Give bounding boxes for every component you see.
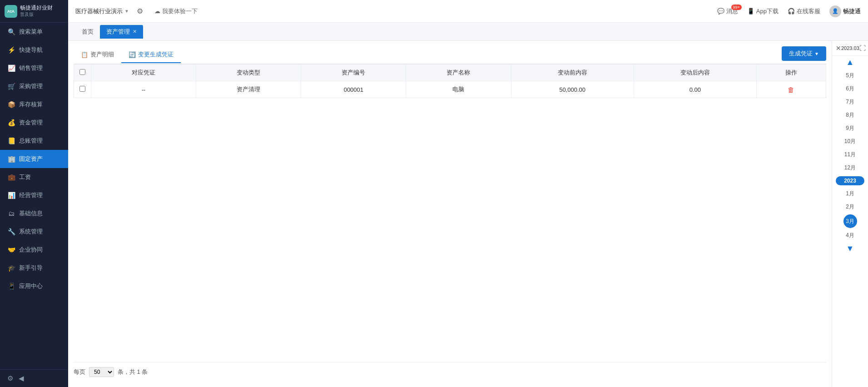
panel-expand-button[interactable]: ⛶ xyxy=(859,45,866,52)
company-settings-button[interactable]: ⚙ xyxy=(134,5,146,18)
month-item-11[interactable]: 11月 xyxy=(832,148,868,161)
sidebar-item-ledger[interactable]: 📒 总账管理 xyxy=(0,132,68,150)
delete-button[interactable]: 🗑 xyxy=(788,86,794,94)
table-body: -- 资产清理 000001 电脑 50,000.00 0.00 🗑 xyxy=(74,81,826,98)
month-2023-4[interactable]: 4月 xyxy=(832,229,868,242)
user-info[interactable]: 👤 畅捷通 xyxy=(829,5,861,17)
change-voucher-icon: 🔄 xyxy=(129,51,136,58)
header-after-change: 变动后内容 xyxy=(634,64,756,81)
month-item-12[interactable]: 12月 xyxy=(832,161,868,174)
sidebar-item-app-center[interactable]: 📱 应用中心 xyxy=(0,277,68,295)
settings-bottom-icon[interactable]: ⚙ xyxy=(7,374,13,382)
logo-icon: AtA xyxy=(5,5,17,18)
row-checkbox-cell xyxy=(74,81,91,98)
sidebar-logo: AtA 畅捷通好业财 普及版 xyxy=(0,0,68,23)
row-voucher: -- xyxy=(91,81,196,98)
header-asset-name: 资产名称 xyxy=(406,64,511,81)
select-all-checkbox[interactable] xyxy=(79,69,85,75)
page-size-select[interactable]: 10 20 50 100 xyxy=(89,367,114,377)
sidebar-item-purchase[interactable]: 🛒 采购管理 xyxy=(0,77,68,95)
row-checkbox[interactable] xyxy=(79,86,85,92)
month-item-5[interactable]: 5月 xyxy=(832,69,868,82)
header-voucher: 对应凭证 xyxy=(91,64,196,81)
month-item-7[interactable]: 7月 xyxy=(832,95,868,109)
sidebar-item-operations[interactable]: 📊 经营管理 xyxy=(0,186,68,204)
sidebar-item-basic-info[interactable]: 🗂 基础信息 xyxy=(0,204,68,223)
tab-asset-management[interactable]: 资产管理 ✕ xyxy=(100,25,143,39)
right-panel-header: ✕ 2023.03 ⛶ xyxy=(832,41,868,56)
month-2023-3-current[interactable]: 3月 xyxy=(843,214,857,228)
message-badge: 99+ xyxy=(731,5,742,10)
panel-close-button[interactable]: ✕ xyxy=(836,45,841,52)
tab-bar: 首页 资产管理 ✕ xyxy=(68,23,868,41)
avatar: 👤 xyxy=(829,5,841,17)
right-panel: ✕ 2023.03 ⛶ ▲ 5月 6月 7月 8月 xyxy=(832,41,868,387)
sidebar-item-system[interactable]: 🔧 系统管理 xyxy=(0,223,68,241)
download-icon: 📱 xyxy=(747,8,754,15)
app-download-button[interactable]: 📱 App下载 xyxy=(747,7,779,15)
cloud-icon: ☁ xyxy=(154,8,160,15)
row-action: 🗑 xyxy=(756,81,826,98)
generate-voucher-button[interactable]: 生成凭证 ▼ xyxy=(782,46,826,61)
table-row: -- 资产清理 000001 电脑 50,000.00 0.00 🗑 xyxy=(74,81,826,98)
total-count: 条，共 1 条 xyxy=(118,368,148,376)
header-asset-no: 资产编号 xyxy=(301,64,406,81)
table-header-row: 对应凭证 变动类型 资产编号 资产名称 变动前内容 变动后内容 操作 xyxy=(74,64,826,81)
tab-close-icon[interactable]: ✕ xyxy=(133,29,137,35)
headset-icon: 🎧 xyxy=(788,8,795,15)
content-area: 📋 资产明细 🔄 变更生成凭证 生成凭证 ▼ xyxy=(68,41,868,387)
pagination: 每页 10 20 50 100 条，共 1 条 xyxy=(74,362,826,382)
message-icon: 💬 xyxy=(717,8,724,15)
year-2023-marker[interactable]: 2023 xyxy=(836,176,864,185)
row-change-type: 资产清理 xyxy=(196,81,301,98)
header-change-type: 变动类型 xyxy=(196,64,301,81)
main-wrapper: 医疗器械行业演示 ▼ ⚙ ☁ 我要体验一下 💬 消息 99+ 📱 App下载 🎧… xyxy=(68,0,868,387)
sales-icon: 📈 xyxy=(7,64,15,72)
cooperation-icon: 🤝 xyxy=(7,246,15,254)
date-scroll-up-button[interactable]: ▲ xyxy=(832,56,868,69)
company-selector[interactable]: 医疗器械行业演示 ▼ xyxy=(75,7,129,15)
month-2023-2[interactable]: 2月 xyxy=(832,200,868,213)
sidebar-item-quicknav[interactable]: ⚡ 快捷导航 xyxy=(0,41,68,59)
customer-service-button[interactable]: 🎧 在线客服 xyxy=(788,7,820,15)
operations-icon: 📊 xyxy=(7,191,15,199)
purchase-icon: 🛒 xyxy=(7,82,15,90)
sidebar-item-fixed-assets[interactable]: 🏢 固定资产 xyxy=(0,150,68,168)
message-button[interactable]: 💬 消息 99+ xyxy=(717,7,738,15)
sidebar-item-payroll[interactable]: 💼 工资 xyxy=(0,168,68,186)
month-2023-1[interactable]: 1月 xyxy=(832,187,868,200)
company-name: 医疗器械行业演示 xyxy=(75,7,123,15)
asset-detail-icon: 📋 xyxy=(81,51,88,58)
sidebar-bottom: ⚙ ◀ xyxy=(0,369,68,387)
sidebar-item-cooperation[interactable]: 🤝 企业协同 xyxy=(0,241,68,259)
month-item-10[interactable]: 10月 xyxy=(832,135,868,148)
month-item-8[interactable]: 8月 xyxy=(832,109,868,122)
system-icon: 🔧 xyxy=(7,228,15,236)
month-item-9[interactable]: 9月 xyxy=(832,122,868,135)
sidebar-nav: 🔍 搜索菜单 ⚡ 快捷导航 📈 销售管理 🛒 采购管理 📦 库存核算 💰 资金管… xyxy=(0,23,68,369)
sidebar-item-inventory[interactable]: 📦 库存核算 xyxy=(0,95,68,114)
sidebar-item-sales[interactable]: 📈 销售管理 xyxy=(0,59,68,77)
date-scroll-down-button[interactable]: ▼ xyxy=(832,242,868,255)
sidebar-item-guide[interactable]: 🎓 新手引导 xyxy=(0,259,68,277)
row-asset-no: 000001 xyxy=(301,81,406,98)
table-header: 对应凭证 变动类型 资产编号 资产名称 变动前内容 变动后内容 操作 xyxy=(74,64,826,81)
payroll-icon: 💼 xyxy=(7,173,15,181)
top-header: 医疗器械行业演示 ▼ ⚙ ☁ 我要体验一下 💬 消息 99+ 📱 App下载 🎧… xyxy=(68,0,868,23)
sidebar-item-finance[interactable]: 💰 资金管理 xyxy=(0,114,68,132)
tab-home[interactable]: 首页 xyxy=(75,25,100,39)
month-item-6[interactable]: 6月 xyxy=(832,82,868,95)
row-asset-name: 电脑 xyxy=(406,81,511,98)
sub-tab-change-voucher[interactable]: 🔄 变更生成凭证 xyxy=(121,47,181,63)
sidebar-item-search[interactable]: 🔍 搜索菜单 xyxy=(0,23,68,41)
header-right: 💬 消息 99+ 📱 App下载 🎧 在线客服 👤 畅捷通 xyxy=(717,5,861,17)
experience-button[interactable]: ☁ 我要体验一下 xyxy=(154,7,198,15)
panel-year-label: 2023.03 xyxy=(841,45,859,51)
username: 畅捷通 xyxy=(843,7,861,15)
guide-icon: 🎓 xyxy=(7,264,15,272)
sub-tab-asset-detail[interactable]: 📋 资产明细 xyxy=(74,47,121,63)
collapse-icon[interactable]: ◀ xyxy=(19,374,24,382)
sidebar: AtA 畅捷通好业财 普及版 🔍 搜索菜单 ⚡ 快捷导航 📈 销售管理 🛒 采购… xyxy=(0,0,68,387)
header-before-change: 变动前内容 xyxy=(511,64,634,81)
row-after-change: 0.00 xyxy=(634,81,756,98)
